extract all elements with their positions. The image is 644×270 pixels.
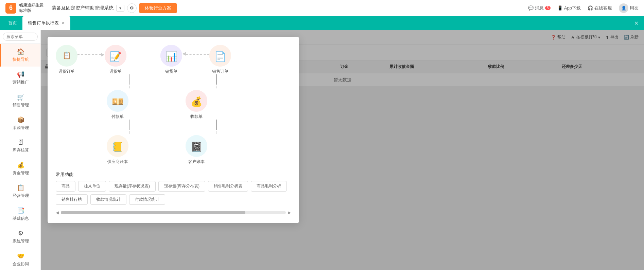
svg-text:💰: 💰 [191,96,203,107]
window-close-button[interactable]: ✕ [631,20,641,26]
tab-close-icon[interactable]: ✕ [62,21,65,25]
flowchart-row1: 📋 进货订单 ▶ 📝 [56,45,291,74]
purchase-order-circle: 📋 [56,45,77,67]
common-btn-sales-profit[interactable]: 销售毛利分析表 [208,181,248,192]
common-section: 常用功能 商品 往来单位 现存量(库存状况表) 现存量(库存分布表) 销售毛利分… [56,172,291,205]
flowchart-row2: 💴 付款单 💰 收款单 [56,90,291,120]
basic-info-icon: 📑 [17,207,24,214]
svg-text:📓: 📓 [191,141,203,152]
scrollbar-track [61,211,286,214]
logo-text: 畅康通好生意 标准版 [19,3,43,13]
vert-connector-right: ↓ [215,74,217,90]
user-item[interactable]: 👤 用友 [619,3,639,13]
enterprise-icon: 🤝 [17,252,24,260]
flow-node-purchase-bill[interactable]: 📝 进货单 [105,45,126,74]
gear-settings-button[interactable]: ⚙ [127,3,137,13]
system-dropdown-button[interactable]: ▾ [116,5,124,12]
sidebar-item-enterprise[interactable]: 🤝 企业协同 [0,248,40,270]
arrow-h2: ▶ [182,45,209,57]
main-layout: 🏠 快捷导航 📢 营销推广 🛒 销售管理 📦 采购管理 🗄 库存核算 💰 资金管… [0,30,644,270]
search-input[interactable] [3,33,38,41]
system-title-area: 装备及固定资产辅助管理系统 ▾ ⚙ 体验行业方案 [52,3,528,13]
header-right: 💬 消息 5 📱 App下载 🎧 在线客服 👤 用友 [528,3,639,13]
sidebar-item-inventory[interactable]: 🗄 库存核算 [0,135,40,157]
scroll-right-arrow[interactable]: ▶ [288,210,291,215]
svg-text:📒: 📒 [112,141,124,152]
flow-node-receipt[interactable]: 💰 收款单 [186,90,207,120]
nav-tabs: 首页 销售订单执行表 ✕ ✕ [0,16,644,30]
flow-node-purchase-order[interactable]: 📋 进货订单 [56,45,77,74]
sidebar-item-finance[interactable]: 💰 资金管理 [0,157,40,180]
svg-text:📄: 📄 [214,51,226,62]
message-item[interactable]: 💬 消息 5 [528,5,551,11]
search-bar [0,30,40,44]
sidebar-item-marketing[interactable]: 📢 营销推广 [0,67,40,89]
logo-icon: 6 [5,3,16,14]
svg-text:📋: 📋 [63,51,71,59]
avatar: 👤 [619,3,628,13]
purchase-bill-label: 进货单 [109,69,122,74]
tab-sales-order-exec[interactable]: 销售订单执行表 ✕ [22,16,70,30]
common-btn-counterparty[interactable]: 往来单位 [78,181,106,192]
payment-label: 付款单 [111,114,124,120]
modal-overlay: 📋 进货订单 ▶ 📝 [41,30,644,270]
svg-text:📝: 📝 [110,51,122,62]
online-service-item[interactable]: 🎧 在线客服 [588,5,612,11]
phone-icon: 📱 [557,5,563,11]
sidebar-item-quick-nav[interactable]: 🏠 快捷导航 [0,44,40,67]
tab-home[interactable]: 首页 [3,16,22,30]
customer-account-label: 客户账本 [188,159,205,165]
sales-order-circle: 📄 [209,45,231,67]
app-download-item[interactable]: 📱 App下载 [557,5,581,11]
inventory-icon: 🗄 [18,139,24,146]
svg-text:📊: 📊 [166,51,177,62]
scroll-left-arrow[interactable]: ◀ [56,210,59,215]
sales-icon: 🛒 [17,93,24,101]
common-btn-product[interactable]: 商品 [56,181,75,192]
common-btn-product-profit[interactable]: 商品毛利分析 [251,181,287,192]
top-header: 6 畅康通好生意 标准版 装备及固定资产辅助管理系统 ▾ ⚙ 体验行业方案 💬 … [0,0,644,16]
sales-order-label: 销售订单 [212,69,228,74]
sidebar: 🏠 快捷导航 📢 营销推广 🛒 销售管理 📦 采购管理 🗄 库存核算 💰 资金管… [0,30,41,270]
svg-text:💴: 💴 [112,96,124,107]
supplier-account-label: 供应商账本 [107,159,128,165]
sidebar-item-operation[interactable]: 📋 经营管理 [0,180,40,203]
payment-circle: 💴 [107,90,128,112]
headset-icon: 🎧 [588,5,593,11]
scrollbar-thumb[interactable] [61,211,245,214]
flowchart-connector-row2: ↓ ↓ [56,120,291,135]
common-btn-stock-status[interactable]: 现存量(库存状况表) [109,181,156,192]
sidebar-item-sales[interactable]: 🛒 销售管理 [0,89,40,112]
flow-node-customer-account[interactable]: 📓 客户账本 [186,135,207,165]
common-btn-payment-stat[interactable]: 付款情况统计 [129,194,165,205]
message-icon: 💬 [528,5,534,11]
sidebar-item-basic-info[interactable]: 📑 基础信息 [0,203,40,226]
sidebar-item-system[interactable]: ⚙ 系统管理 [0,226,40,248]
content-area: ❓ 帮助 🖨 按模板打印 ▾ ⬆ 导出 🔄 刷新 📅 单据状态 [41,30,644,270]
common-buttons: 商品 往来单位 现存量(库存状况表) 现存量(库存分布表) 销售毛利分析表 商品… [56,181,291,192]
operation-icon: 📋 [17,184,24,192]
purchase-icon: 📦 [17,116,24,124]
common-buttons-row2: 销售排行榜 收款情况统计 付款情况统计 [56,194,291,205]
message-badge: 5 [545,6,551,10]
modal-box: 📋 进货订单 ▶ 📝 [48,37,299,223]
flowchart-connector-row: ↓ ↓ [56,74,291,90]
finance-icon: 💰 [17,161,24,169]
flow-node-supplier-account[interactable]: 📒 供应商账本 [107,135,128,165]
home-icon: 🏠 [17,48,24,55]
sales-bill-circle: 📊 [160,45,182,67]
common-btn-sales-rank[interactable]: 销售排行榜 [56,194,88,205]
flow-node-sales-order[interactable]: 📄 销售订单 [209,45,231,74]
system-title: 装备及固定资产辅助管理系统 [52,5,114,11]
flow-node-sales-bill[interactable]: 📊 销货单 [160,45,182,74]
sidebar-item-purchase[interactable]: 📦 采购管理 [0,112,40,135]
system-icon: ⚙ [18,230,23,237]
sales-bill-label: 销货单 [165,69,177,74]
common-title: 常用功能 [56,172,291,178]
common-btn-receipt-stat[interactable]: 收款情况统计 [90,194,126,205]
common-btn-stock-dist[interactable]: 现存量(库存分布表) [158,181,205,192]
trial-button[interactable]: 体验行业方案 [139,3,177,13]
flow-node-payment[interactable]: 💴 付款单 [107,90,128,120]
customer-account-circle: 📓 [186,135,207,157]
supplier-account-circle: 📒 [107,135,128,157]
